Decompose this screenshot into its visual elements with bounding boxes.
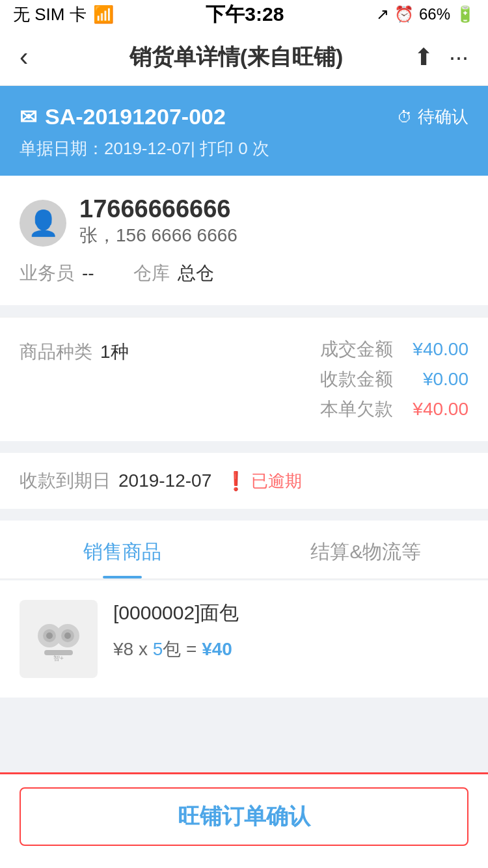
product-item: 智+ [0000002]面包 ¥8 x 5包 = ¥40: [20, 600, 468, 678]
warehouse-label: 仓库: [133, 261, 170, 286]
overdue-badge: ❗ 已逾期: [224, 470, 302, 493]
print-info: | 打印 0 次: [191, 139, 269, 158]
sales-label: 业务员: [20, 261, 74, 286]
separator-1: [0, 306, 488, 317]
debt-label: 本单欠款: [320, 397, 393, 422]
battery-label: 66%: [419, 5, 450, 23]
types-value: 1种: [100, 340, 129, 364]
status-right: ↗ ⏰ 66% 🔋: [376, 5, 475, 23]
received-amount: 收款金额 ¥0.00: [320, 367, 468, 392]
battery-icon: 🔋: [455, 5, 475, 23]
product-thumb-inner: 智+: [20, 600, 98, 678]
deal-amount: 成交金额 ¥40.00: [320, 337, 468, 362]
svg-point-4: [46, 632, 53, 639]
sales-info: 业务员 --: [20, 261, 94, 286]
avatar: 👤: [20, 200, 66, 247]
tab-settlement[interactable]: 结算&物流等: [244, 521, 488, 578]
info-row: 业务员 -- 仓库 总仓: [20, 261, 468, 286]
due-section: 收款到期日 2019-12-07 ❗ 已逾期: [0, 453, 488, 509]
page-title: 销货单详情(来自旺铺): [59, 42, 414, 72]
tab-sales[interactable]: 销售商品: [0, 521, 244, 578]
date-label: 单据日期：: [20, 139, 104, 158]
equals-sign: =: [186, 639, 202, 659]
customer-phone: 17666666666: [79, 195, 237, 223]
deal-value: ¥40.00: [403, 339, 468, 360]
share-button[interactable]: ⬆: [414, 44, 433, 71]
amounts-section: 商品种类 1种 成交金额 ¥40.00 收款金额 ¥0.00 本单欠款 ¥40.…: [0, 317, 488, 441]
received-label: 收款金额: [320, 367, 393, 392]
avatar-icon: 👤: [28, 209, 59, 237]
status-badge: ⏱ 待确认: [397, 105, 468, 128]
multiply-sign: x: [139, 639, 153, 659]
nav-bar: ‹ 销货单详情(来自旺铺) ⬆ ···: [0, 29, 488, 86]
deal-label: 成交金额: [320, 337, 393, 362]
received-value: ¥0.00: [403, 369, 468, 390]
product-info: [0000002]面包 ¥8 x 5包 = ¥40: [113, 600, 468, 662]
status-bar: 无 SIM 卡 📶 下午3:28 ↗ ⏰ 66% 🔋: [0, 0, 488, 29]
quantity: 5: [153, 639, 163, 659]
confirm-order-button[interactable]: 旺铺订单确认: [20, 787, 468, 846]
sim-label: 无 SIM 卡: [13, 3, 87, 26]
warehouse-value: 总仓: [178, 261, 214, 286]
sales-value: --: [82, 263, 94, 284]
total-price: ¥40: [202, 639, 232, 659]
warehouse-info: 仓库 总仓: [133, 261, 214, 286]
product-section: 智+ [0000002]面包 ¥8 x 5包 = ¥40: [0, 580, 488, 698]
separator-3: [0, 510, 488, 521]
order-date: 2019-12-07: [104, 139, 191, 158]
status-time: 下午3:28: [206, 1, 284, 28]
product-code: [0000002]: [113, 602, 200, 623]
amounts-row: 商品种类 1种 成交金额 ¥40.00 收款金额 ¥0.00 本单欠款 ¥40.…: [20, 337, 468, 422]
customer-row: 👤 17666666666 张，156 6666 6666: [20, 195, 468, 251]
clock-icon: ⏰: [394, 5, 414, 23]
back-button[interactable]: ‹: [20, 42, 59, 72]
overdue-text: 已逾期: [251, 470, 302, 493]
order-id-row: ✉ SA-20191207-002 ⏱ 待确认: [20, 104, 468, 129]
product-title: 面包: [200, 602, 239, 623]
debt-value: ¥40.00: [403, 399, 468, 420]
due-label: 收款到期日: [20, 468, 111, 493]
separator-2: [0, 442, 488, 453]
svg-point-5: [64, 632, 71, 639]
tab-sales-label: 销售商品: [83, 541, 161, 562]
due-date: 2019-12-07: [118, 470, 211, 491]
svg-text:智+: 智+: [53, 655, 64, 662]
product-thumbnail: 智+: [20, 600, 98, 678]
bottom-bar: 旺铺订单确认: [0, 772, 488, 868]
tab-settlement-label: 结算&物流等: [310, 541, 421, 562]
wifi-icon: 📶: [93, 5, 114, 25]
order-id-text: SA-20191207-002: [45, 104, 226, 129]
product-types: 商品种类 1种: [20, 337, 129, 364]
customer-name: 张，156 6666 6666: [79, 223, 237, 248]
unit: 包: [163, 639, 181, 659]
status-left: 无 SIM 卡 📶: [13, 3, 114, 26]
tabs-section: 销售商品 结算&物流等: [0, 521, 488, 579]
order-date-row: 单据日期：2019-12-07| 打印 0 次: [20, 137, 468, 160]
customer-section: 👤 17666666666 张，156 6666 6666 业务员 -- 仓库 …: [0, 176, 488, 305]
amounts-right: 成交金额 ¥40.00 收款金额 ¥0.00 本单欠款 ¥40.00: [320, 337, 468, 422]
order-id: ✉ SA-20191207-002: [20, 104, 226, 129]
order-header: ✉ SA-20191207-002 ⏱ 待确认 单据日期：2019-12-07|…: [0, 86, 488, 176]
order-icon: ✉: [20, 105, 37, 129]
product-thumb-svg: 智+: [33, 616, 85, 662]
nav-actions: ⬆ ···: [414, 44, 468, 71]
overdue-icon: ❗: [224, 470, 247, 492]
customer-details: 17666666666 张，156 6666 6666: [79, 195, 237, 251]
more-button[interactable]: ···: [449, 44, 468, 71]
product-price: ¥8 x 5包 = ¥40: [113, 637, 468, 662]
product-name: [0000002]面包: [113, 600, 468, 627]
unit-price: ¥8: [113, 639, 133, 659]
types-label: 商品种类: [20, 340, 92, 364]
debt-amount: 本单欠款 ¥40.00: [320, 397, 468, 422]
nav-icon: ↗: [376, 5, 389, 23]
status-text: 待确认: [418, 105, 468, 128]
status-clock-icon: ⏱: [397, 108, 413, 126]
